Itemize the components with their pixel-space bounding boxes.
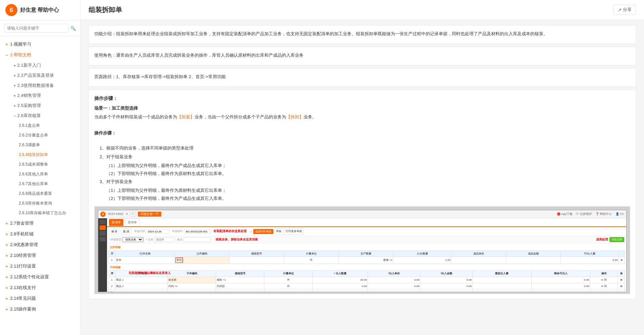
search-input[interactable] <box>4 24 68 33</box>
sidebar-item-2-1[interactable]: + 2.1新手入门 <box>8 60 80 70</box>
nav-group-2-8-title[interactable]: + 2.8手机旺铺 <box>0 229 80 239</box>
step2-sub1: （1）上部明细为父件明细，最终作为产成品生成其它入库单； <box>106 162 630 169</box>
nav-group-2-6-children: 2.6.1盘点单 2.6.2分量盘点单 2.6.3调拨单 2.6.4组装拆卸单 … <box>8 121 80 218</box>
app-window: 6 TEST-H002 ▼ ↻ 问题反馈一下 🔴 App下载 🛡 社群维护 ❓ … <box>98 210 627 292</box>
nav-group-2-12-title[interactable]: + 2.12系统个性化设置 <box>0 272 80 282</box>
path-block: 页面路径：1、库存核算->库存管理->组装拆卸单 2、首页->常用功能 <box>89 68 636 87</box>
btn-enable[interactable]: 关联启用 <box>609 237 624 242</box>
date-input[interactable] <box>146 229 169 234</box>
logo-area: 6 好生意 帮助中心 <box>0 0 80 20</box>
search-button[interactable]: 🔍 <box>70 26 76 31</box>
nav-group-2-11: + 2.11打印设置 <box>0 261 80 272</box>
nav-group-2: − 2.帮助文档 + 2.1新手入门 + 2.2产品安装及登录 + 2.3使用前… <box>0 50 80 218</box>
nav-group-2-15-title[interactable]: + 2.15操作案例 <box>0 304 80 315</box>
sidebar-item-2-2[interactable]: + 2.2产品安装及登录 <box>8 70 80 80</box>
step2-sub2: （2）下部明细为子件明细，最终作为原材料生成其它出库单。 <box>106 170 630 177</box>
sidebar-item-2-5[interactable]: + 2.5采购管理 <box>8 101 80 111</box>
btn-select-bom[interactable]: 选择对料单据 <box>253 229 273 234</box>
toolbar-actions: 保 存 取 消 <box>109 229 131 234</box>
app-tab-active[interactable]: 新增单 <box>109 219 123 226</box>
nav-group-2-14: + 2.14常见问题 <box>0 293 80 304</box>
nav-group-2-13-title[interactable]: + 2.13在线支付 <box>0 282 80 293</box>
leaf-2-6-4[interactable]: 2.6.4组装拆卸单 <box>8 150 80 160</box>
share-button[interactable]: ↗ 分享 <box>613 5 636 15</box>
sidebar-item-2-4[interactable]: + 2.4销售管理 <box>8 91 80 101</box>
logo-icon: 6 <box>5 4 17 16</box>
app-form-toolbar: 保 存 取 消 单据日期 单据编号 <box>107 227 626 236</box>
btn-print[interactable]: 打印更多单据 <box>284 228 304 235</box>
app-topbar: 6 TEST-H002 ▼ ↻ 问题反馈一下 🔴 App下载 🛡 社群维护 ❓ … <box>98 210 626 218</box>
nav-group-2-9-title[interactable]: + 2.9优惠券管理 <box>0 239 80 250</box>
nav-group-2-10-title[interactable]: + 2.10经营管理 <box>0 250 80 261</box>
leaf-2-6-6[interactable]: 2.6.6其他入库单 <box>8 169 80 179</box>
nav-group-2-12: + 2.12系统个性化设置 <box>0 272 80 282</box>
remark-input[interactable] <box>183 237 210 242</box>
nav-group-2-children: + 2.1新手入门 + 2.2产品安装及登录 + 2.3使用前数据准备 + 2.… <box>0 60 80 218</box>
leaf-2-6-8[interactable]: 2.6.8商品成本重算 <box>8 189 80 199</box>
type-select[interactable]: 组装业务 拆卸业务 <box>122 237 143 242</box>
app-main: 新增单 查询单 保 存 取 消 <box>107 218 626 292</box>
role-block: 使用角色：通常由生产人员或库管人员完成拆装业务的操作，库管人员确认原材料的出库和… <box>89 47 636 65</box>
sidebar-item-2-6[interactable]: − 2.6库存核算 <box>8 111 80 121</box>
leaf-2-6-10[interactable]: 2.6.10库存账本错了怎么办 <box>8 208 80 218</box>
nav-group-2-title[interactable]: − 2.帮助文档 <box>0 50 80 60</box>
leaf-2-6-9[interactable]: 2.6.9库存账本查询 <box>8 199 80 208</box>
sidebar: 6 好生意 帮助中心 🔍 + 1.视频学习 − 2.帮助文档 + 2.1新手入门 <box>0 0 80 335</box>
lower-table-label: 子件明细 <box>108 265 625 271</box>
leaf-2-6-2[interactable]: 2.6.2分量盘点单 <box>8 130 80 140</box>
btn-more[interactable]: 审核 <box>274 228 283 235</box>
field-date: 单据日期 <box>134 229 169 234</box>
bom-area: 有装配清单的在这里处理 → 选择对料单据 审核 打印更多单据 <box>213 228 304 235</box>
nav-group-1: + 1.视频学习 <box>0 39 80 50</box>
main-header: 组装拆卸单 ↗ 分享 <box>80 0 644 20</box>
annotation-nofixed: 无固定清单可以继续在这里录入 <box>128 271 171 276</box>
child-row-1: 1 商品 1 命名称 规格 +1 件 30.00 0.00 <box>109 277 625 283</box>
app-topbar-right: 🔴 App下载 🛡 社群维护 ❓ 帮助中心 👤 CC <box>557 212 624 217</box>
nav-group-1-title[interactable]: + 1.视频学习 <box>0 39 80 50</box>
main-content: 功能介绍：组装拆卸单用来处理企业组装或拆卸等加工业务，支持有固定装配清单的产品加… <box>80 20 644 335</box>
parent-table: 序 *父件名称 父件编码 规格型号 计量单位 生产数量 入/出数量 <box>108 250 625 264</box>
nav-group-2-14-title[interactable]: + 2.14常见问题 <box>0 293 80 304</box>
chaijue-highlight: 【拆卸】 <box>286 114 304 119</box>
nav-group-2-13: + 2.13在线支付 <box>0 282 80 293</box>
path-text: 页面路径：1、库存核算->库存管理->组装拆卸单 2、首页->常用功能 <box>94 73 630 80</box>
expand-icon-1: + <box>5 42 8 47</box>
step2: 2、对于组装业务 <box>100 153 630 161</box>
intro-block: 功能介绍：组装拆卸单用来处理企业组装或拆卸等加工业务，支持有固定装配清单的产品加… <box>89 25 636 44</box>
app-tab-list[interactable]: 查询单 <box>125 219 140 226</box>
app-tables-area: 父件明细 序 *父件名称 父件编码 规格型号 <box>107 243 626 292</box>
btn-cancel[interactable]: 取 消 <box>121 229 131 234</box>
app-mini-sidebar <box>98 218 107 292</box>
screenshot-container: 6 TEST-H002 ▼ ↻ 问题反馈一下 🔴 App下载 🛡 社群维护 ❓ … <box>94 206 630 294</box>
leaf-2-6-1[interactable]: 2.6.1盘点单 <box>8 121 80 130</box>
nav-group-2-7-title[interactable]: + 2.7资金管理 <box>0 218 80 229</box>
sidebar-item-2-3[interactable]: + 2.3使用前数据准备 <box>8 80 80 91</box>
logo-text: 好生意 帮助中心 <box>20 7 59 14</box>
app-body: 新增单 查询单 保 存 取 消 <box>98 218 626 292</box>
leaf-2-6-5[interactable]: 2.6.5成本调整单 <box>8 160 80 169</box>
app-tabs: 新增单 查询单 <box>107 218 626 227</box>
app-main-nav-btn[interactable]: 问题反馈一下 <box>138 212 161 217</box>
app-form-row2: * 单据类型 组装业务 拆卸业务 * 仓库 <box>107 236 626 243</box>
search-area: 🔍 <box>0 20 80 36</box>
collapse-icon-2: − <box>5 52 8 58</box>
warehouse-input[interactable] <box>154 237 174 242</box>
child-table: 序 *子件名称 子件编码 规格型号 计量单位 * 出入数量 *出入单价 <box>108 270 625 292</box>
scenario1-title: 场景一：加工类型选择 <box>94 105 630 112</box>
nav-group-2-8: + 2.8手机旺铺 <box>0 229 80 239</box>
share-icon: ↗ <box>618 7 622 12</box>
steps-label: 操作步骤： <box>94 129 630 137</box>
sidebar-nav: + 1.视频学习 − 2.帮助文档 + 2.1新手入门 + 2.2产品安装及登录 <box>0 36 80 335</box>
leaf-2-6-7[interactable]: 2.6.7其他出库单 <box>8 179 80 189</box>
annotation-type: 组装业务、拆卸业务在这里切换 <box>216 237 258 242</box>
billno-input[interactable] <box>184 229 211 234</box>
step3-sub2: （2）下部明细为子件明细，最终作为产成品生成其它入库单。 <box>106 195 630 202</box>
leaf-2-6-3[interactable]: 2.6.3调拨单 <box>8 140 80 150</box>
nav-group-2-15: + 2.15操作案例 <box>0 304 80 315</box>
page-title: 组装拆卸单 <box>89 5 122 14</box>
btn-save[interactable]: 保 存 <box>109 229 120 234</box>
nav-group-2-11-title[interactable]: + 2.11打印设置 <box>0 261 80 272</box>
child-row-3: 3 <box>109 289 625 292</box>
app-logo: 6 <box>100 212 106 217</box>
role-text: 使用角色：通常由生产人员或库管人员完成拆装业务的操作，库管人员确认原材料的出库和… <box>94 52 630 59</box>
